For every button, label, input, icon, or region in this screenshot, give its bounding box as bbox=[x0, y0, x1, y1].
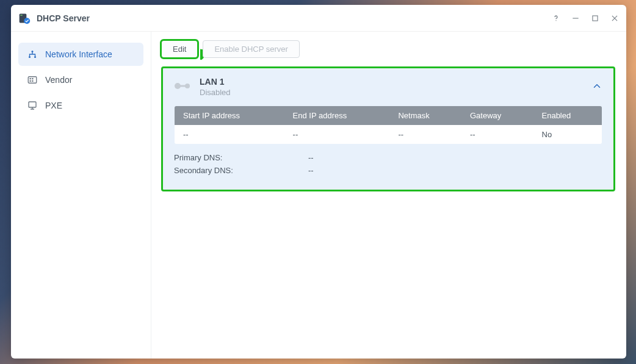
svg-rect-10 bbox=[30, 78, 31, 79]
svg-rect-4 bbox=[573, 18, 578, 18]
maximize-icon[interactable] bbox=[590, 13, 601, 24]
cell-start-ip: -- bbox=[175, 125, 284, 145]
svg-rect-12 bbox=[30, 80, 31, 82]
close-icon[interactable] bbox=[609, 13, 620, 24]
svg-rect-17 bbox=[179, 85, 186, 87]
svg-rect-5 bbox=[593, 15, 598, 20]
table-row[interactable]: -- -- -- -- No bbox=[175, 125, 602, 145]
ip-range-table: Start IP address End IP address Netmask … bbox=[174, 105, 602, 145]
lan-title-block: LAN 1 Disabled bbox=[200, 77, 583, 97]
svg-rect-9 bbox=[28, 77, 37, 84]
vendor-icon bbox=[27, 74, 38, 85]
primary-dns-value: -- bbox=[308, 153, 314, 162]
svg-point-6 bbox=[29, 56, 31, 58]
col-end-ip: End IP address bbox=[284, 106, 390, 126]
svg-rect-1 bbox=[20, 15, 22, 16]
lan-status: Disabled bbox=[200, 88, 583, 97]
dns-block: Primary DNS: -- Secondary DNS: -- bbox=[174, 153, 602, 175]
window-title: DHCP Server bbox=[37, 13, 551, 23]
body: Network Interface Vendor PXE Edit Enable… bbox=[11, 32, 626, 359]
main-panel: Edit Enable DHCP server LAN 1 Disabled bbox=[151, 32, 626, 359]
titlebar: DHCP Server bbox=[11, 5, 626, 32]
sidebar: Network Interface Vendor PXE bbox=[11, 32, 151, 359]
sidebar-item-label: Network Interface bbox=[45, 49, 112, 59]
sidebar-item-label: PXE bbox=[45, 101, 62, 110]
network-interface-icon bbox=[27, 49, 38, 60]
connection-icon bbox=[174, 80, 191, 91]
lan-title: LAN 1 bbox=[200, 77, 583, 87]
edit-button[interactable]: Edit bbox=[161, 40, 198, 58]
svg-point-3 bbox=[555, 20, 556, 21]
svg-point-8 bbox=[32, 51, 34, 52]
sidebar-item-vendor[interactable]: Vendor bbox=[18, 68, 143, 91]
secondary-dns-value: -- bbox=[308, 166, 314, 175]
col-start-ip: Start IP address bbox=[175, 106, 284, 126]
sidebar-item-pxe[interactable]: PXE bbox=[18, 94, 143, 117]
secondary-dns-label: Secondary DNS: bbox=[174, 166, 308, 175]
svg-rect-11 bbox=[32, 78, 33, 79]
enable-dhcp-button: Enable DHCP server bbox=[203, 40, 299, 58]
sidebar-item-label: Vendor bbox=[45, 75, 72, 85]
app-window: DHCP Server Network Interface bbox=[11, 5, 626, 359]
sidebar-item-network-interface[interactable]: Network Interface bbox=[18, 43, 143, 66]
lan-header: LAN 1 Disabled bbox=[174, 77, 602, 97]
lan-card[interactable]: LAN 1 Disabled Start IP address End IP a… bbox=[161, 66, 615, 191]
app-icon bbox=[18, 12, 31, 24]
col-gateway: Gateway bbox=[461, 106, 533, 126]
help-icon[interactable] bbox=[551, 13, 562, 24]
table-header-row: Start IP address End IP address Netmask … bbox=[175, 106, 602, 126]
svg-rect-13 bbox=[32, 80, 33, 82]
toolbar: Edit Enable DHCP server bbox=[161, 40, 615, 58]
col-netmask: Netmask bbox=[389, 106, 461, 126]
pxe-icon bbox=[27, 100, 38, 111]
primary-dns-row: Primary DNS: -- bbox=[174, 153, 602, 162]
col-enabled: Enabled bbox=[533, 106, 602, 126]
window-controls bbox=[551, 13, 620, 24]
svg-point-7 bbox=[34, 56, 36, 58]
secondary-dns-row: Secondary DNS: -- bbox=[174, 166, 602, 175]
primary-dns-label: Primary DNS: bbox=[174, 153, 308, 162]
cell-gateway: -- bbox=[461, 125, 533, 145]
chevron-up-icon[interactable] bbox=[591, 80, 602, 91]
cell-end-ip: -- bbox=[284, 125, 390, 145]
minimize-icon[interactable] bbox=[570, 13, 581, 24]
cell-enabled: No bbox=[533, 125, 602, 145]
svg-rect-14 bbox=[29, 102, 36, 107]
cell-netmask: -- bbox=[389, 125, 461, 145]
